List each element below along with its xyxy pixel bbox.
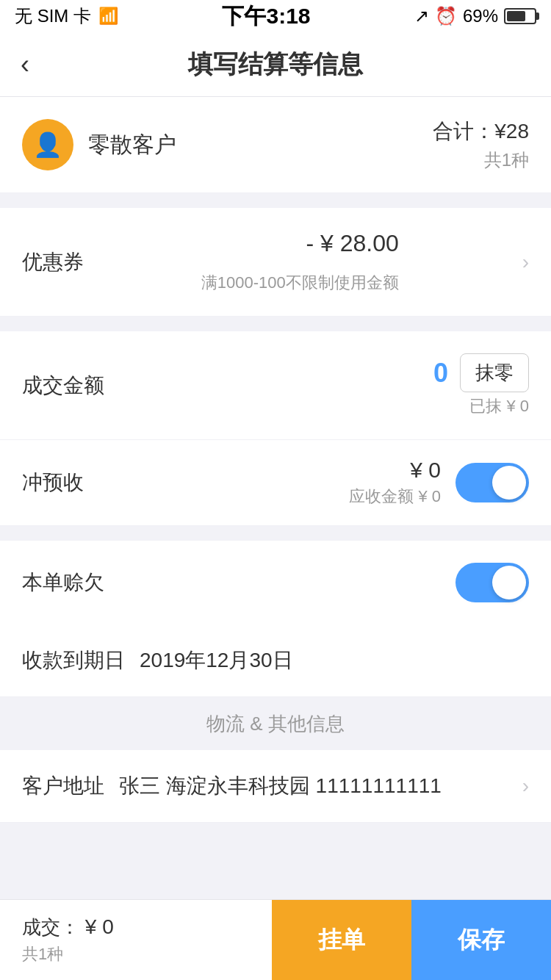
address-value: 张三 海淀永丰科技园 11111111111 [119,772,442,800]
round-button[interactable]: 抹零 [460,353,529,392]
status-left: 无 SIM 卡 📶 [15,4,118,28]
back-button[interactable]: ‹ [21,49,29,80]
customer-name: 零散客户 [88,130,176,160]
battery-percent: 69% [463,6,498,26]
customer-right: 合计：¥28 共1种 [433,118,529,172]
bottom-count: 共1种 [22,943,250,965]
nav-bar: ‹ 填写结算等信息 [0,32,551,97]
save-button[interactable]: 保存 [411,900,551,981]
divider-2 [0,317,551,331]
credit-toggle[interactable] [455,563,529,602]
hold-button[interactable]: 挂单 [272,900,411,981]
coupon-desc: 满1000-100不限制使用金额 [201,272,399,294]
due-date-row: 收款到期日 2019年12月30日 [0,624,551,697]
status-right: ↗ ⏰ 69% [414,6,536,26]
customer-row: 👤 零散客户 合计：¥28 共1种 [0,97,551,193]
credit-toggle-knob [492,566,526,599]
battery-icon [504,8,536,24]
due-date-value: 2019年12月30日 [140,646,293,674]
transaction-right: 0 抹零 已抹 ¥ 0 [433,353,529,417]
due-date-label: 收款到期日 [22,646,125,674]
address-chevron: › [522,774,529,798]
customer-total: 合计：¥28 [433,118,529,145]
due-date-content: 收款到期日 2019年12月30日 [22,646,529,674]
address-label: 客户地址 [22,772,104,800]
customer-left: 👤 零散客户 [22,119,176,170]
transaction-label: 成交金额 [22,372,104,400]
transaction-row: 成交金额 0 抹零 已抹 ¥ 0 [0,331,551,440]
bottom-bar: 成交： ¥ 0 共1种 挂单 保存 [0,899,551,980]
bottom-deal-amount: ¥ 0 [85,915,114,938]
already-deducted: 已抹 ¥ 0 [469,395,529,417]
status-time: 下午3:18 [222,1,310,32]
alarm-icon: ⏰ [435,6,457,26]
customer-avatar: 👤 [22,119,73,170]
wifi-icon: 📶 [98,7,118,26]
bottom-info: 成交： ¥ 0 共1种 [0,915,272,965]
divider-1 [0,193,551,208]
toggle-knob [492,466,526,500]
transaction-value: 0 [433,358,448,389]
content: 👤 零散客户 合计：¥28 共1种 优惠券 - ¥ 28.00 满1000-10… [0,97,551,980]
status-bar: 无 SIM 卡 📶 下午3:18 ↗ ⏰ 69% [0,0,551,32]
precollect-row: 冲预收 ¥ 0 应收金额 ¥ 0 [0,440,551,526]
avatar-icon: 👤 [33,131,62,159]
credit-label: 本单赊欠 [22,569,104,597]
bottom-deal-row: 成交： ¥ 0 [22,915,250,940]
location-icon: ↗ [414,6,429,26]
coupon-discount: - ¥ 28.00 [306,230,399,257]
precollect-amount: ¥ 0 [349,458,441,483]
network-status: 无 SIM 卡 [15,4,91,28]
bottom-deal-label: 成交： [22,916,79,938]
precollect-label: 冲预收 [22,469,84,497]
customer-count: 共1种 [433,148,529,172]
section-divider: 物流 & 其他信息 [0,697,551,750]
battery-fill [507,11,525,21]
precollect-right: ¥ 0 应收金额 ¥ 0 [349,458,529,508]
coupon-row[interactable]: 优惠券 - ¥ 28.00 满1000-100不限制使用金额 › [0,208,551,317]
divider-3 [0,526,551,541]
coupon-chevron: › [522,251,529,274]
address-left: 客户地址 张三 海淀永丰科技园 11111111111 [22,772,442,800]
credit-row: 本单赊欠 [0,541,551,624]
precollect-receivable: 应收金额 ¥ 0 [349,486,441,508]
amount-value-wrap: 0 抹零 [433,353,529,392]
page-title: 填写结算等信息 [188,48,363,82]
section-divider-text: 物流 & 其他信息 [206,711,345,737]
coupon-label: 优惠券 [22,248,84,276]
coupon-right: - ¥ 28.00 满1000-100不限制使用金额 [201,230,399,294]
address-row[interactable]: 客户地址 张三 海淀永丰科技园 11111111111 › [0,750,551,823]
precollect-toggle[interactable] [455,463,529,502]
precollect-amounts: ¥ 0 应收金额 ¥ 0 [349,458,441,508]
